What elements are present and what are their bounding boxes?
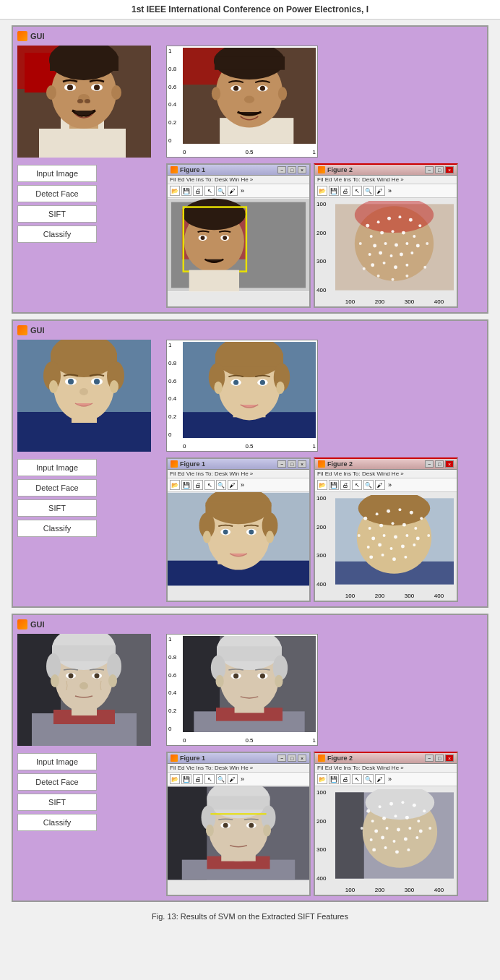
- svg-point-30: [212, 87, 220, 100]
- tb-cursor-f2-2[interactable]: ↖: [352, 480, 362, 490]
- classify-btn-2[interactable]: Classify: [17, 520, 97, 537]
- tb-open-f2-2[interactable]: 📂: [317, 480, 327, 490]
- close-btn-1[interactable]: ×: [298, 166, 306, 173]
- tb-cursor-f2-1[interactable]: ↖: [352, 186, 362, 196]
- input-image-btn-2[interactable]: Input Image: [17, 459, 97, 476]
- close-btn-f2-3[interactable]: ×: [445, 755, 454, 762]
- svg-point-217: [395, 814, 397, 817]
- restore-btn-2[interactable]: □: [288, 460, 296, 468]
- gui-titlebar-3: GUI: [17, 619, 483, 629]
- x-axis-labels-3: 0 0.5 1: [183, 737, 316, 744]
- tb-zoom-3[interactable]: 🔍: [216, 774, 226, 784]
- svg-point-48: [387, 217, 391, 220]
- tb-save-1[interactable]: 💾: [181, 186, 191, 196]
- tb-zoom-1[interactable]: 🔍: [216, 186, 226, 196]
- y-label: 1: [168, 342, 176, 348]
- tb-open-3[interactable]: 📂: [170, 774, 180, 784]
- tb-cursor-3[interactable]: ↖: [204, 774, 215, 784]
- minimize-btn-2[interactable]: −: [277, 460, 286, 468]
- figure2-window-2: Figure 2 − □ × Fil Ed Vie Ins To: Desk W…: [314, 457, 458, 602]
- svg-point-213: [413, 804, 416, 807]
- close-btn-2[interactable]: ×: [298, 460, 306, 468]
- tb-zoom-f2-3[interactable]: 🔍: [363, 774, 374, 784]
- restore-btn-f2-2[interactable]: □: [435, 460, 444, 468]
- restore-btn-3[interactable]: □: [288, 755, 296, 762]
- x-label: 0: [183, 149, 186, 155]
- gui-panel-1: GUI: [12, 25, 488, 314]
- svg-point-215: [371, 820, 374, 822]
- svg-point-143: [390, 547, 393, 550]
- sift-btn-3[interactable]: SIFT: [17, 794, 97, 811]
- tb-zoom-f2-1[interactable]: 🔍: [363, 186, 374, 196]
- svg-point-218: [405, 816, 409, 820]
- minimize-btn-f2-1[interactable]: −: [425, 166, 434, 173]
- svg-point-15: [85, 99, 90, 103]
- tb-open-2[interactable]: 📂: [170, 480, 180, 490]
- tb-print-1[interactable]: 🖨: [193, 186, 203, 196]
- tb-open-f2-3[interactable]: 📂: [317, 774, 327, 784]
- sift-btn-1[interactable]: SIFT: [17, 205, 97, 223]
- x-label: 400: [434, 887, 444, 893]
- svg-point-201: [249, 823, 254, 828]
- sift-btn-2[interactable]: SIFT: [17, 499, 97, 517]
- tb-cursor-1[interactable]: ↖: [204, 186, 215, 196]
- svg-point-46: [366, 224, 369, 228]
- minimize-btn-f2-3[interactable]: −: [425, 755, 434, 762]
- svg-point-235: [428, 827, 431, 830]
- svg-point-91: [49, 380, 58, 393]
- tb-save-3[interactable]: 💾: [181, 774, 191, 784]
- tb-print-2[interactable]: 🖨: [193, 480, 203, 490]
- detect-face-btn-2[interactable]: Detect Face: [17, 479, 97, 497]
- tb-zoom-f2-2[interactable]: 🔍: [363, 480, 374, 490]
- svg-point-89: [94, 379, 100, 384]
- detect-face-btn-3[interactable]: Detect Face: [17, 773, 97, 791]
- tb-paint-f2-1[interactable]: 🖌: [375, 186, 385, 196]
- tb-save-f2-2[interactable]: 💾: [329, 480, 339, 490]
- tb-zoom-2[interactable]: 🔍: [216, 480, 226, 490]
- y-axis-labels-3: 1 0.8 0.6 0.4 0.2 0: [168, 636, 176, 732]
- restore-btn-f2-3[interactable]: □: [435, 755, 444, 762]
- tb-paint-f2-3[interactable]: 🖌: [375, 774, 385, 784]
- close-btn-3[interactable]: ×: [298, 755, 306, 762]
- svg-point-166: [95, 674, 100, 679]
- minimize-btn-1[interactable]: −: [277, 166, 286, 173]
- svg-point-140: [416, 537, 420, 541]
- x-label: 1: [313, 737, 316, 744]
- svg-point-130: [420, 517, 423, 520]
- fig2-y-labels-3: 100 200 300 400: [316, 789, 326, 882]
- svg-rect-206: [335, 792, 364, 878]
- tb-print-f2-3[interactable]: 🖨: [340, 774, 350, 784]
- minimize-btn-3[interactable]: −: [277, 755, 286, 762]
- tb-paint-f2-2[interactable]: 🖌: [375, 480, 385, 490]
- close-btn-f2-1[interactable]: ×: [445, 166, 454, 173]
- restore-btn-1[interactable]: □: [288, 166, 296, 173]
- tb-cursor-f2-3[interactable]: ↖: [352, 774, 362, 784]
- tb-paint-1[interactable]: 🖌: [228, 186, 238, 196]
- tb-save-f2-3[interactable]: 💾: [329, 774, 339, 784]
- svg-point-26: [233, 86, 238, 91]
- input-image-btn-1[interactable]: Input Image: [17, 165, 97, 182]
- tb-cursor-2[interactable]: ↖: [204, 480, 215, 490]
- tb-print-f2-1[interactable]: 🖨: [340, 186, 350, 196]
- tb-print-f2-2[interactable]: 🖨: [340, 480, 350, 490]
- svg-point-210: [379, 805, 382, 808]
- svg-point-219: [417, 820, 420, 822]
- tb-save-2[interactable]: 💾: [181, 480, 191, 490]
- tb-print-3[interactable]: 🖨: [193, 774, 203, 784]
- tb-open-1[interactable]: 📂: [170, 186, 180, 196]
- svg-point-134: [402, 523, 406, 527]
- input-image-btn-3[interactable]: Input Image: [17, 753, 97, 770]
- plot-image-area-3: [183, 636, 316, 732]
- gui-panel-3: GUI: [12, 614, 488, 902]
- tb-save-f2-1[interactable]: 💾: [329, 186, 339, 196]
- tb-paint-2[interactable]: 🖌: [228, 480, 238, 490]
- detect-face-btn-1[interactable]: Detect Face: [17, 185, 97, 202]
- close-btn-f2-2[interactable]: ×: [445, 460, 454, 468]
- minimize-btn-f2-2[interactable]: −: [425, 460, 434, 468]
- x-label: 200: [375, 593, 384, 599]
- classify-btn-1[interactable]: Classify: [17, 225, 97, 243]
- tb-open-f2-1[interactable]: 📂: [317, 186, 327, 196]
- restore-btn-f2-1[interactable]: □: [435, 166, 444, 173]
- classify-btn-3[interactable]: Classify: [17, 814, 97, 831]
- tb-paint-3[interactable]: 🖌: [228, 774, 238, 784]
